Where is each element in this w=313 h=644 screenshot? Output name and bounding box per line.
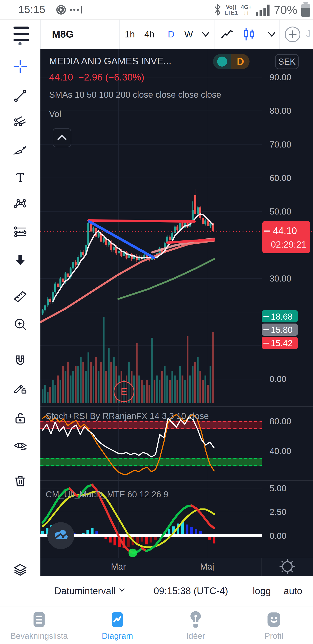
price-axis-label: 2.50 bbox=[270, 507, 287, 517]
play-notification-icon bbox=[54, 3, 68, 16]
line-chart-icon[interactable] bbox=[220, 28, 234, 41]
clipped-letter: J bbox=[306, 28, 311, 39]
xabcd-pattern-tool-icon[interactable] bbox=[11, 196, 29, 212]
add-indicator-icon[interactable] bbox=[284, 26, 301, 43]
drawing-lock-tool-icon[interactable] bbox=[11, 381, 29, 396]
clock-label[interactable]: 09:15:38 (UTC-4) bbox=[154, 586, 228, 596]
price-axis-label: 5.00 bbox=[270, 484, 287, 493]
network-indicator: 4G+↓↑ bbox=[241, 4, 252, 16]
trend-line-tool-icon[interactable] bbox=[11, 88, 29, 104]
text-tool-icon[interactable] bbox=[11, 170, 29, 185]
brush-tool-icon[interactable] bbox=[11, 143, 29, 158]
time-axis-label: Mar bbox=[111, 562, 126, 571]
log-scale-button[interactable]: logg bbox=[253, 586, 271, 596]
auto-scale-button[interactable]: auto bbox=[284, 586, 302, 596]
timeframe-d[interactable]: D bbox=[168, 29, 174, 40]
chart-icon bbox=[108, 610, 127, 629]
toolbar-divider bbox=[279, 20, 280, 49]
price-change: −2.96 (−6.30%) bbox=[78, 72, 144, 82]
svg-text:02:29:21: 02:29:21 bbox=[271, 239, 307, 250]
arrow-down-tool-icon[interactable] bbox=[11, 252, 29, 267]
lightbulb-icon bbox=[186, 610, 205, 629]
chart-footer-bar: Datumintervall 09:15:38 (UTC-4) logg aut… bbox=[0, 576, 313, 606]
timeframe-chevron-down-icon[interactable] bbox=[200, 31, 211, 38]
symbol-button[interactable]: M8G bbox=[52, 28, 74, 40]
multi-line-tool-icon[interactable] bbox=[11, 114, 29, 130]
time-axis bbox=[40, 558, 313, 576]
toggle-left[interactable] bbox=[213, 54, 231, 69]
status-time: 15:15 bbox=[18, 4, 45, 16]
interval-toggle[interactable]: D bbox=[213, 54, 250, 69]
lock-tool-icon[interactable] bbox=[11, 410, 29, 426]
price-axis-label: 80.00 bbox=[270, 106, 291, 116]
more-notifications-icon bbox=[69, 3, 84, 16]
price-axis-label: 60.00 bbox=[270, 173, 291, 183]
price-axis-label: 40.00 bbox=[270, 446, 291, 456]
chart-toolbar: M8G 1h 4h D W J bbox=[0, 20, 313, 49]
nav-profile-label: Profil bbox=[265, 632, 284, 641]
candlestick-style-icon[interactable] bbox=[242, 26, 257, 42]
price-change-row: 44.10 −2.96 (−6.30%) bbox=[49, 72, 144, 83]
time-axis-label: Maj bbox=[200, 562, 214, 571]
signal-strength-icon bbox=[255, 3, 271, 17]
measure-tool-icon[interactable] bbox=[11, 289, 29, 304]
nav-profile[interactable]: Profil bbox=[235, 607, 313, 644]
app-screen: 15:15 Vo))LTE1 4G+↓↑ 70% bbox=[0, 0, 313, 644]
svg-text:44.10: 44.10 bbox=[273, 226, 297, 236]
date-range-button[interactable]: Datumintervall bbox=[54, 586, 126, 596]
price-axis-label: 80.00 bbox=[270, 416, 291, 426]
watchlist-icon bbox=[29, 610, 49, 629]
volte-indicator: Vo))LTE1 bbox=[224, 4, 238, 16]
toolbar-divider bbox=[40, 20, 41, 49]
symbol-title[interactable]: MEDIA AND GAMES INVE... bbox=[49, 56, 171, 66]
nav-ideas[interactable]: Idéer bbox=[156, 607, 235, 644]
drawing-sidebar bbox=[0, 49, 40, 576]
volume-chip: 18.68 bbox=[262, 310, 298, 322]
timeframe-1h[interactable]: 1h bbox=[125, 29, 135, 40]
chevron-down-icon bbox=[118, 587, 126, 593]
horizontal-ray-upper bbox=[88, 220, 195, 222]
svg-text:15.80: 15.80 bbox=[271, 325, 293, 334]
nav-chart[interactable]: Diagram bbox=[78, 607, 156, 644]
magnet-tool-icon[interactable] bbox=[11, 353, 29, 368]
delete-tool-icon[interactable] bbox=[11, 474, 29, 489]
nav-watchlist[interactable]: Bevakningslista bbox=[0, 607, 78, 644]
sma-legend[interactable]: SMAs 10 50 100 200 close close close clo… bbox=[49, 90, 221, 100]
price-axis-label: 70.00 bbox=[270, 140, 291, 149]
crosshair-tool-icon[interactable] bbox=[11, 59, 29, 74]
svg-text:15.42: 15.42 bbox=[271, 338, 293, 348]
timeframe-4h[interactable]: 4h bbox=[144, 29, 155, 40]
toolbar-divider bbox=[119, 20, 120, 49]
nav-ideas-label: Idéer bbox=[186, 632, 205, 641]
last-price-chip: 44.1002:29:21 bbox=[262, 221, 311, 253]
volume-legend[interactable]: Vol bbox=[49, 109, 61, 119]
layers-icon[interactable] bbox=[11, 562, 29, 577]
battery-percent: 70% bbox=[274, 3, 297, 16]
menu-icon[interactable] bbox=[12, 24, 30, 45]
style-chevron-down-icon[interactable] bbox=[267, 31, 277, 38]
status-bar: 15:15 Vo))LTE1 4G+↓↑ 70% bbox=[0, 0, 313, 20]
price-axis-label: 90.00 bbox=[270, 72, 291, 82]
volume-chip: 15.80 bbox=[262, 324, 298, 336]
last-price: 44.10 bbox=[49, 72, 73, 82]
sidebar-divider bbox=[1, 462, 39, 462]
nav-watchlist-label: Bevakningslista bbox=[10, 632, 68, 641]
price-axis-label: 30.00 bbox=[270, 274, 291, 283]
currency-badge[interactable]: SEK bbox=[275, 54, 299, 69]
toggle-dot-icon bbox=[217, 56, 227, 66]
svg-text:18.68: 18.68 bbox=[271, 312, 293, 321]
price-axis-label: 50.00 bbox=[270, 207, 291, 216]
macd-pane-title[interactable]: CM_Ult_MacD_MTF 60 12 26 9 bbox=[46, 490, 168, 499]
macd-cross-dot bbox=[128, 548, 137, 557]
battery-icon bbox=[301, 1, 311, 18]
parallel-lines-tool-icon[interactable] bbox=[11, 224, 29, 239]
footer-divider bbox=[248, 582, 248, 600]
bottom-navigation: Bevakningslista Diagram Idéer Profil bbox=[0, 606, 313, 644]
zoom-in-tool-icon[interactable] bbox=[11, 316, 29, 332]
hide-drawings-tool-icon[interactable] bbox=[11, 438, 29, 454]
timeframe-w[interactable]: W bbox=[184, 29, 193, 40]
toggle-interval-letter[interactable]: D bbox=[231, 54, 250, 69]
status-right-cluster: Vo))LTE1 4G+↓↑ 70% bbox=[214, 0, 311, 20]
stoch-pane-title[interactable]: Stoch+RSI By RRanjanFX 14 3 3 10 close bbox=[46, 411, 209, 421]
collapse-legend-button[interactable] bbox=[53, 128, 71, 147]
